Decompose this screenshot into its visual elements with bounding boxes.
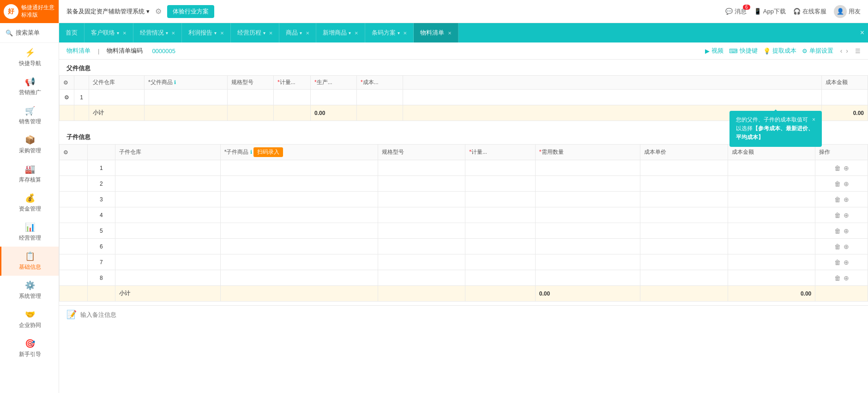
delete-icon-2[interactable]: 🗑	[834, 180, 841, 187]
list-view-icon[interactable]: ☰	[855, 48, 861, 54]
single-settings-button[interactable]: ⚙ 单据设置	[802, 47, 833, 55]
child-row8-unit-cost[interactable]	[640, 270, 728, 286]
sidebar-item-quick-nav[interactable]: ⚡ 快捷导航	[0, 43, 59, 72]
tab-new-goods-close[interactable]: ×	[355, 30, 358, 36]
sidebar-item-enterprise[interactable]: 🤝 企业协同	[0, 305, 59, 334]
tooltip-close-button[interactable]: ×	[812, 115, 815, 124]
tab-ops-history[interactable]: 经营历程 ▾ ×	[231, 23, 280, 42]
sidebar-item-guide[interactable]: 🎯 新手引导	[0, 334, 59, 363]
delete-icon-3[interactable]: 🗑	[834, 196, 841, 203]
child-row5-spec[interactable]	[378, 223, 465, 239]
child-row6-spec[interactable]	[378, 239, 465, 254]
delete-icon-5[interactable]: 🗑	[834, 227, 841, 235]
child-row5-unit[interactable]	[465, 223, 536, 239]
nav-next-icon[interactable]: ›	[844, 46, 850, 55]
child-row2-warehouse[interactable]	[115, 176, 220, 192]
child-row4-unit-cost[interactable]	[640, 207, 728, 223]
child-row5-warehouse[interactable]	[115, 223, 220, 239]
nav-prev-icon[interactable]: ‹	[839, 46, 844, 55]
tab-operations-status-close[interactable]: ×	[172, 30, 175, 36]
tab-goods-close[interactable]: ×	[306, 30, 309, 36]
parent-row1-warehouse[interactable]	[89, 90, 145, 105]
tab-profit-report-close[interactable]: ×	[220, 30, 224, 36]
child-row1-warehouse[interactable]	[115, 160, 220, 176]
delete-icon-4[interactable]: 🗑	[834, 212, 841, 219]
breadcrumb-bom[interactable]: 物料清单	[66, 47, 90, 55]
child-row5-unit-cost[interactable]	[640, 223, 728, 239]
child-row3-spec[interactable]	[378, 192, 465, 207]
child-row4-warehouse[interactable]	[115, 207, 220, 223]
child-row8-spec[interactable]	[378, 270, 465, 286]
copy-icon-6[interactable]: ⊕	[844, 243, 849, 250]
child-row3-product[interactable]	[220, 192, 378, 207]
child-row7-product[interactable]	[220, 254, 378, 270]
child-row8-qty[interactable]	[535, 270, 640, 286]
child-row5-product[interactable]	[220, 223, 378, 239]
sidebar-item-basic-info[interactable]: 📋 基础信息	[0, 247, 59, 276]
parent-row1-cost[interactable]	[357, 90, 403, 105]
child-row2-unit[interactable]	[465, 176, 536, 192]
extract-cost-button[interactable]: 💡 提取成本	[763, 47, 796, 55]
child-row4-product[interactable]	[220, 207, 378, 223]
parent-row1-settings[interactable]: ⚙	[60, 90, 74, 105]
scan-button[interactable]: 扫码录入	[253, 147, 283, 157]
child-row7-spec[interactable]	[378, 254, 465, 270]
child-row3-qty[interactable]	[535, 192, 640, 207]
child-row1-unit-cost[interactable]	[640, 160, 728, 176]
parent-row1-production[interactable]	[311, 90, 357, 105]
child-row6-warehouse[interactable]	[115, 239, 220, 254]
sidebar-item-inventory[interactable]: 🏭 库存核算	[0, 159, 59, 188]
child-row7-warehouse[interactable]	[115, 254, 220, 270]
sidebar-item-finance[interactable]: 💰 资金管理	[0, 188, 59, 218]
tab-bom[interactable]: 物料清单 ×	[414, 23, 458, 42]
child-row4-spec[interactable]	[378, 207, 465, 223]
tab-customer[interactable]: 客户联络 ▾ ×	[84, 23, 133, 42]
child-row8-unit[interactable]	[465, 270, 536, 286]
tab-new-goods[interactable]: 新增商品 ▾ ×	[316, 23, 365, 42]
sidebar-item-system[interactable]: ⚙️ 系统管理	[0, 276, 59, 305]
child-row1-product[interactable]	[220, 160, 378, 176]
child-row8-warehouse[interactable]	[115, 270, 220, 286]
close-all-icon[interactable]: ×	[860, 29, 864, 37]
child-row1-spec[interactable]	[378, 160, 465, 176]
copy-icon-7[interactable]: ⊕	[844, 259, 849, 266]
video-button[interactable]: ▶ 视频	[705, 47, 723, 55]
child-row4-qty[interactable]	[535, 207, 640, 223]
child-row2-qty[interactable]	[535, 176, 640, 192]
delete-icon-8[interactable]: 🗑	[834, 274, 841, 282]
child-row3-warehouse[interactable]	[115, 192, 220, 207]
child-row3-unit-cost[interactable]	[640, 192, 728, 207]
parent-row1-spec[interactable]	[228, 90, 274, 105]
copy-icon-4[interactable]: ⊕	[844, 212, 849, 219]
shortcut-button[interactable]: ⌨ 快捷键	[729, 47, 758, 55]
child-row4-unit[interactable]	[465, 207, 536, 223]
online-service-button[interactable]: 🎧 在线客服	[793, 7, 826, 16]
child-row1-qty[interactable]	[535, 160, 640, 176]
tab-close-all[interactable]: ×	[860, 29, 868, 37]
tab-ops-history-close[interactable]: ×	[269, 30, 273, 36]
child-row6-unit-cost[interactable]	[640, 239, 728, 254]
tab-goods[interactable]: 商品 ▾ ×	[279, 23, 316, 42]
child-row7-unit[interactable]	[465, 254, 536, 270]
delete-icon-1[interactable]: 🗑	[834, 164, 841, 172]
copy-icon-5[interactable]: ⊕	[844, 227, 849, 235]
child-row6-product[interactable]	[220, 239, 378, 254]
child-row2-product[interactable]	[220, 176, 378, 192]
tab-customer-close[interactable]: ×	[123, 30, 127, 36]
sidebar-item-sales[interactable]: 🛒 销售管理	[0, 101, 59, 130]
child-row3-unit[interactable]	[465, 192, 536, 207]
child-row1-unit[interactable]	[465, 160, 536, 176]
copy-icon-8[interactable]: ⊕	[844, 274, 849, 282]
app-download-button[interactable]: 📱 App下载	[754, 7, 786, 16]
tab-profit-report[interactable]: 利润报告 ▾ ×	[182, 23, 231, 42]
search-menu-button[interactable]: 🔍 搜索菜单	[4, 27, 55, 39]
sidebar-item-marketing[interactable]: 📢 营销推广	[0, 72, 59, 101]
tab-bom-close[interactable]: ×	[448, 30, 452, 36]
delete-icon-7[interactable]: 🗑	[834, 259, 841, 266]
message-button[interactable]: 💬 消息 6	[725, 7, 747, 16]
copy-icon-1[interactable]: ⊕	[844, 164, 849, 172]
trial-button[interactable]: 体验行业方案	[167, 5, 214, 18]
copy-icon-2[interactable]: ⊕	[844, 180, 849, 187]
tab-barcode[interactable]: 条码方案 ▾ ×	[365, 23, 414, 42]
tab-barcode-close[interactable]: ×	[404, 30, 407, 36]
